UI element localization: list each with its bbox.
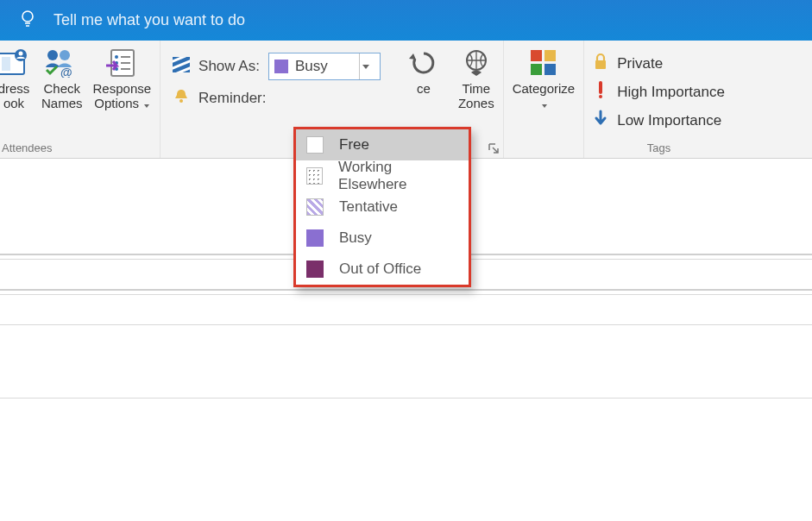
private-toggle[interactable]: Private (593, 53, 725, 74)
show-as-value: Busy (295, 58, 328, 75)
separator (0, 289, 812, 291)
private-label: Private (617, 55, 663, 72)
svg-point-9 (115, 55, 118, 59)
group-tags: Private High Importance Low Importance T… (584, 41, 733, 158)
out-of-office-swatch-icon (306, 260, 324, 278)
chevron-down-icon (359, 53, 373, 79)
option-label: Free (339, 136, 369, 154)
categorize-icon (529, 47, 558, 78)
show-as-row: Show As: Busy (173, 53, 381, 80)
show-as-option-tentative[interactable]: Tentative (296, 191, 469, 223)
check-names-button[interactable]: @ Check Names (41, 47, 83, 110)
categorize-button[interactable]: Categorize (513, 47, 576, 110)
ribbon: dress ook @ Check Names Response Options… (0, 41, 812, 159)
busy-swatch-icon (274, 60, 288, 73)
bell-icon (173, 87, 190, 109)
svg-point-4 (19, 52, 23, 56)
low-importance-icon (593, 110, 608, 131)
time-zones-label: Time Zones (458, 82, 494, 110)
show-as-option-out-of-office[interactable]: Out of Office (296, 254, 469, 285)
show-as-option-busy[interactable]: Busy (296, 223, 469, 254)
response-options-icon (104, 47, 139, 78)
low-importance-label: Low Importance (617, 112, 721, 129)
reminder-label: Reminder: (198, 90, 266, 107)
svg-rect-22 (595, 60, 606, 69)
low-importance-toggle[interactable]: Low Importance (593, 110, 725, 131)
reminder-row: Reminder: (173, 87, 381, 109)
address-book-icon (0, 47, 31, 78)
separator (0, 324, 812, 325)
recurrence-button[interactable]: ce (406, 47, 441, 132)
response-options-button[interactable]: Response Options (93, 47, 152, 110)
svg-rect-18 (531, 50, 542, 61)
check-names-label: Check Names (41, 82, 83, 110)
show-as-dropdown: Free Working Elsewhere Tentative Busy Ou… (293, 127, 471, 287)
svg-rect-2 (2, 57, 10, 71)
tell-me-bar[interactable] (0, 0, 812, 41)
show-as-option-free[interactable]: Free (296, 129, 469, 160)
response-options-label: Response Options (93, 82, 152, 110)
show-as-label: Show As: (198, 58, 260, 75)
globe-icon (461, 47, 492, 78)
tell-me-input[interactable] (54, 11, 571, 29)
option-label: Out of Office (339, 260, 421, 278)
svg-point-23 (599, 95, 602, 98)
svg-rect-21 (544, 64, 556, 75)
option-label: Busy (339, 229, 372, 247)
separator (0, 398, 812, 399)
option-label: Tentative (339, 198, 398, 216)
group-label-tags: Tags (647, 141, 670, 158)
group-label-attendees: Attendees (0, 141, 53, 158)
categorize-label: Categorize (513, 82, 576, 110)
group-attendees: dress ook @ Check Names Response Options… (0, 41, 161, 158)
option-label: Working Elsewhere (338, 159, 458, 193)
working-elsewhere-swatch-icon (306, 167, 323, 185)
time-zones-button[interactable]: Time Zones (458, 47, 494, 132)
show-as-combo[interactable]: Busy (268, 53, 381, 80)
show-as-icon (173, 57, 190, 77)
separator (0, 294, 812, 295)
svg-point-0 (22, 11, 33, 22)
svg-text:@: @ (60, 66, 72, 78)
show-as-option-working-elsewhere[interactable]: Working Elsewhere (296, 160, 469, 191)
address-book-button[interactable]: dress ook (0, 47, 31, 110)
group-categorize: Categorize . (504, 41, 585, 158)
lightbulb-icon (17, 8, 38, 33)
svg-point-5 (47, 50, 58, 60)
svg-rect-20 (531, 64, 542, 75)
lock-icon (593, 53, 608, 74)
recurrence-label: ce (417, 82, 431, 97)
free-swatch-icon (306, 136, 324, 154)
options-dialog-launcher-icon[interactable] (488, 142, 500, 154)
high-importance-toggle[interactable]: High Importance (593, 81, 725, 103)
busy-swatch-icon (306, 229, 324, 247)
check-names-icon: @ (43, 47, 81, 78)
address-book-label: dress ook (0, 82, 29, 110)
svg-point-6 (60, 50, 70, 60)
svg-rect-19 (544, 50, 556, 61)
recurrence-icon (406, 47, 441, 78)
tentative-swatch-icon (306, 198, 324, 216)
high-importance-label: High Importance (617, 84, 725, 101)
svg-point-16 (179, 99, 183, 103)
high-importance-icon (593, 81, 608, 103)
